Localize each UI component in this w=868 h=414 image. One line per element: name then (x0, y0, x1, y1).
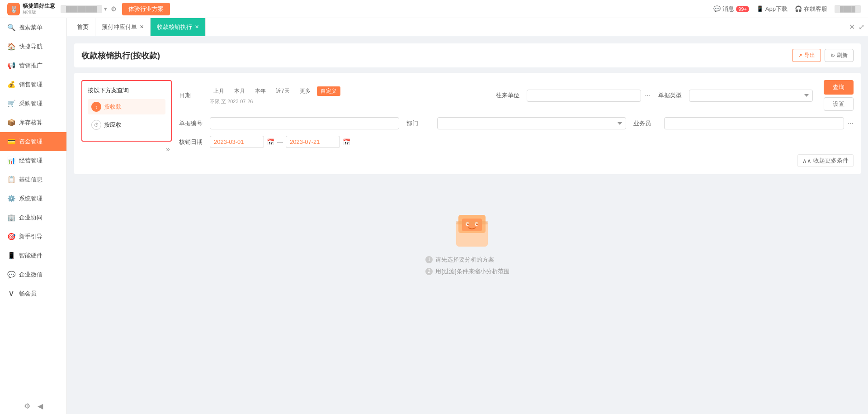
message-label: 消息 (722, 5, 734, 13)
collapse-sidebar-icon[interactable]: ◀ (38, 402, 43, 410)
sidebar-item-finance[interactable]: 💳 资金管理 (0, 132, 66, 151)
hardware-icon: 📱 (7, 252, 15, 260)
date-btn-this-year[interactable]: 本年 (251, 86, 269, 96)
date-btn-more[interactable]: 更多 (296, 86, 314, 96)
sidebar-label-purchase: 采购管理 (19, 100, 42, 108)
solution-button[interactable]: 体验行业方案 (122, 3, 170, 15)
service-icon: 🎧 (795, 5, 802, 12)
bill-type-select[interactable] (689, 90, 813, 102)
collapse-more-button[interactable]: ∧∧ 收起更多条件 (797, 154, 854, 167)
staff-input[interactable] (664, 117, 844, 129)
filter-option-by-receipt[interactable]: ↕ 按收款 (88, 99, 165, 114)
sidebar-item-basic-info[interactable]: 📋 基础信息 (0, 170, 66, 189)
settings-button[interactable]: 设置 (824, 97, 854, 111)
verify-end-input[interactable]: 2023-07-21 (286, 136, 340, 148)
tab-home-label: 首页 (77, 23, 89, 31)
empty-svg (445, 201, 499, 251)
date-btn-last-month[interactable]: 上月 (210, 86, 228, 96)
empty-illustration (445, 201, 490, 247)
sidebar-item-system[interactable]: ⚙️ 系统管理 (0, 189, 66, 208)
query-actions: 查询 设置 (824, 80, 854, 111)
bill-no-input[interactable] (210, 117, 399, 129)
verify-date-label: 核销日期 (179, 138, 206, 146)
empty-step-2: 2 用[过滤]条件来缩小分析范围 (425, 266, 509, 277)
collapse-panel-icon[interactable]: » (164, 143, 172, 155)
tab-receipt-verify-label: 收款核销执行 (157, 23, 192, 31)
tab-receipt-verify[interactable]: 收款核销执行 ✕ (151, 18, 206, 36)
gear-icon[interactable]: ⚙ (111, 5, 117, 13)
sidebar-item-wecom[interactable]: 💬 企业微信 (0, 265, 66, 284)
empty-hint-1: 请先选择要分析的方案 (435, 254, 494, 266)
home-icon: 🏠 (7, 43, 15, 51)
tab-home[interactable]: 首页 (71, 18, 95, 36)
tab-receipt-verify-close-icon[interactable]: ✕ (195, 24, 199, 30)
tab-prepay[interactable]: 预付冲应付单 ✕ (95, 18, 151, 36)
verify-end-calendar-icon[interactable]: 📅 (343, 138, 350, 146)
sidebar-label-marketing: 营销推广 (19, 62, 42, 70)
department-select[interactable] (437, 117, 627, 129)
refresh-button[interactable]: ↻ 刷新 (825, 49, 854, 62)
export-button[interactable]: ↗ 导出 (792, 49, 821, 62)
guide-icon: 🎯 (7, 233, 15, 241)
logo-icon: 🐰 (7, 3, 20, 15)
date-btn-this-month[interactable]: 本月 (231, 86, 249, 96)
verify-start-calendar-icon[interactable]: 📅 (267, 138, 274, 146)
tab-bar-actions: ✕ ⤢ (849, 23, 864, 31)
sidebar-item-guide[interactable]: 🎯 新手引导 (0, 227, 66, 246)
content-area: 首页 预付冲应付单 ✕ 收款核销执行 ✕ ✕ ⤢ 收款核销执行(按收款) (67, 18, 868, 414)
purchase-icon: 🛒 (7, 100, 15, 108)
sidebar-item-purchase[interactable]: 🛒 采购管理 (0, 94, 66, 113)
sidebar-item-inventory[interactable]: 📦 库存核算 (0, 113, 66, 132)
staff-ellipsis-icon[interactable]: ··· (848, 119, 854, 128)
verify-start-input[interactable]: 2023-03-01 (210, 136, 264, 148)
sidebar-item-search[interactable]: 🔍 搜索菜单 (0, 18, 66, 37)
date-label: 日期 (179, 91, 206, 100)
app-download-item[interactable]: 📱 App下载 (756, 5, 788, 13)
settings-bottom-icon[interactable]: ⚙ (24, 402, 30, 410)
basic-info-icon: 📋 (7, 176, 15, 184)
sidebar-item-enterprise[interactable]: 🏢 企业协同 (0, 208, 66, 227)
sidebar: 🔍 搜索菜单 🏠 快捷导航 📢 营销推广 💰 销售管理 🛒 采购管理 📦 库存核… (0, 18, 67, 414)
date-btn-7days[interactable]: 近7天 (272, 86, 293, 96)
search-icon: 🔍 (7, 24, 15, 32)
tab-expand-icon[interactable]: ⤢ (859, 23, 864, 31)
sidebar-label-sales: 销售管理 (19, 81, 42, 89)
message-item[interactable]: 💬 消息 99+ (713, 5, 749, 13)
counterpart-ellipsis-icon[interactable]: ··· (645, 91, 651, 100)
filter-date-item: 日期 上月 本月 本年 近7天 更多 自定义 (179, 86, 489, 105)
receipt-option-icon: ↕ (91, 102, 101, 112)
filter-verify-date-item: 核销日期 2023-03-01 📅 — 2023-07-21 📅 (179, 136, 854, 148)
tab-close-all-icon[interactable]: ✕ (849, 23, 855, 31)
sidebar-item-hardware[interactable]: 📱 智能硬件 (0, 246, 66, 265)
nav-arrow-icon[interactable]: ▾ (104, 5, 107, 12)
filter-row-3: 核销日期 2023-03-01 📅 — 2023-07-21 📅 (179, 136, 854, 148)
filter-staff-item: 业务员 ··· (633, 117, 854, 129)
tab-prepay-close-icon[interactable]: ✕ (140, 24, 144, 30)
sidebar-item-marketing[interactable]: 📢 营销推广 (0, 56, 66, 75)
bill-no-label: 单据编号 (179, 119, 206, 128)
sidebar-item-operations[interactable]: 📊 经营管理 (0, 151, 66, 170)
collapse-more-area: ∧∧ 收起更多条件 (179, 154, 854, 167)
main-layout: 🔍 搜索菜单 🏠 快捷导航 📢 营销推广 💰 销售管理 🛒 采购管理 📦 库存核… (0, 18, 868, 414)
enterprise-icon: 🏢 (7, 214, 15, 222)
sidebar-label-system: 系统管理 (19, 195, 42, 203)
collapse-more-up-icon: ∧∧ (802, 157, 811, 164)
logo-area: 🐰 畅捷通好生意 标准版 (7, 3, 55, 15)
finance-icon: 💳 (7, 138, 15, 146)
page-title-bar: 收款核销执行(按收款) ↗ 导出 ↻ 刷新 (74, 43, 861, 67)
filter-sidebar: 按以下方案查询 ↕ 按收款 ⏱ 按应收 » (81, 80, 172, 167)
sidebar-item-sales[interactable]: 💰 销售管理 (0, 75, 66, 94)
date-options: 上月 本月 本年 近7天 更多 自定义 (210, 86, 340, 96)
sidebar-item-quicknav[interactable]: 🏠 快捷导航 (0, 37, 66, 56)
service-item[interactable]: 🎧 在线客服 (795, 5, 827, 13)
nav-label: ████████ (61, 5, 102, 13)
sidebar-label-basic-info: 基础信息 (19, 176, 42, 184)
brand-name: 畅捷通好生意 (23, 3, 55, 9)
query-button[interactable]: 查询 (824, 80, 854, 95)
date-btn-custom[interactable]: 自定义 (317, 86, 340, 96)
sidebar-item-member[interactable]: V 畅会员 (0, 284, 66, 303)
filter-form: 日期 上月 本月 本年 近7天 更多 自定义 (179, 80, 854, 167)
sidebar-label-guide: 新手引导 (19, 233, 42, 241)
filter-option-by-receivable[interactable]: ⏱ 按应收 (88, 117, 165, 133)
counterpart-input[interactable] (527, 90, 641, 102)
